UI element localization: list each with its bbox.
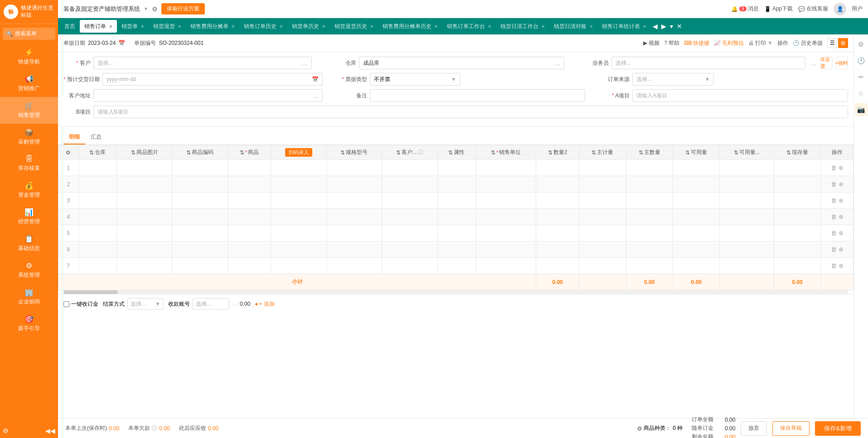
- sidebar-item-capital[interactable]: 💰 资金管理: [0, 177, 58, 203]
- help-button[interactable]: ? 帮助: [664, 39, 679, 47]
- row-copy-button[interactable]: ⊕: [839, 230, 844, 236]
- table-cell[interactable]: [626, 241, 673, 258]
- col-current-stock[interactable]: ⇅现存量: [774, 145, 820, 160]
- table-cell[interactable]: [172, 160, 228, 176]
- table-cell[interactable]: [720, 193, 774, 209]
- customer-address-input[interactable]: …: [93, 89, 323, 102]
- table-cell[interactable]: [172, 209, 228, 225]
- notification-button[interactable]: 🔔 9 消息: [731, 5, 759, 13]
- right-panel-scan[interactable]: 📷: [855, 103, 868, 116]
- table-cell[interactable]: [116, 160, 172, 176]
- salesman-input[interactable]: 选择...: [611, 57, 805, 69]
- table-cell[interactable]: [437, 225, 475, 241]
- table-cell[interactable]: [326, 160, 382, 176]
- table-cell[interactable]: [228, 209, 271, 225]
- sidebar-item-marketing[interactable]: 📢 营销推广: [0, 70, 58, 97]
- settings-gear-button[interactable]: ⚙: [152, 5, 158, 13]
- table-cell[interactable]: [326, 193, 382, 209]
- table-cell[interactable]: [626, 258, 673, 274]
- settings-panel-button[interactable]: ⚙设置: [820, 57, 833, 69]
- table-cell[interactable]: [673, 225, 719, 241]
- save-draft-button[interactable]: 保存草稿: [772, 421, 810, 436]
- row-copy-button[interactable]: ⊕: [839, 246, 844, 253]
- table-cell[interactable]: [78, 209, 116, 225]
- search-menu-button[interactable]: 🔍 搜索菜单: [3, 28, 55, 40]
- receipt-account-select[interactable]: 选择...: [193, 298, 229, 310]
- operate-button[interactable]: 操作: [777, 39, 788, 47]
- table-cell[interactable]: [382, 258, 438, 274]
- table-cell[interactable]: [78, 241, 116, 258]
- table-cell[interactable]: [326, 241, 382, 258]
- table-cell[interactable]: [437, 160, 475, 176]
- col-main-unit[interactable]: ⇅主计量: [579, 145, 626, 160]
- table-cell[interactable]: [116, 241, 172, 258]
- add-material-button[interactable]: +物料: [835, 57, 848, 69]
- table-cell[interactable]: [116, 258, 172, 274]
- tab-sales-order-close[interactable]: ✕: [109, 24, 112, 29]
- invoice-select[interactable]: 不开票 ▼: [370, 73, 461, 86]
- table-cell[interactable]: [475, 225, 536, 241]
- table-cell[interactable]: [579, 258, 626, 274]
- table-cell[interactable]: [673, 160, 719, 176]
- receipt-more-icon[interactable]: …: [232, 301, 237, 307]
- table-cell[interactable]: [626, 176, 673, 193]
- col-settings[interactable]: ⚙: [58, 145, 79, 160]
- table-cell[interactable]: [116, 209, 172, 225]
- table-cell[interactable]: [116, 225, 172, 241]
- table-cell[interactable]: [437, 176, 475, 193]
- table-cell[interactable]: [536, 209, 579, 225]
- tab-home[interactable]: 首页: [60, 20, 80, 33]
- sidebar-item-sales[interactable]: 🛒 销售管理: [0, 97, 58, 124]
- col-code[interactable]: ⇅商品编码: [172, 145, 228, 160]
- tab-sales-stats[interactable]: 销售订单统计表 ✕: [597, 20, 651, 33]
- table-cell[interactable]: [579, 176, 626, 193]
- table-cell[interactable]: [78, 176, 116, 193]
- table-cell[interactable]: [673, 209, 719, 225]
- table-cell[interactable]: [626, 160, 673, 176]
- table-cell[interactable]: [382, 241, 438, 258]
- tab-sales-stats-close[interactable]: ✕: [643, 24, 646, 29]
- table-cell[interactable]: [271, 241, 326, 258]
- table-cell[interactable]: [673, 241, 719, 258]
- sidebar-item-basicinfo[interactable]: 📋 基础信息: [0, 230, 58, 257]
- payment-method-select[interactable]: 选择... ▼: [127, 298, 164, 310]
- tab-sales-fee[interactable]: 销售费用分摊单 ✕: [186, 20, 239, 33]
- table-cell[interactable]: [536, 193, 579, 209]
- sidebar-item-quicknav[interactable]: ⚡ 快捷导航: [0, 43, 58, 70]
- table-cell[interactable]: [382, 176, 438, 193]
- table-cell[interactable]: [536, 241, 579, 258]
- sidebar-item-operations[interactable]: 📊 经营管理: [0, 203, 58, 230]
- table-cell[interactable]: [720, 160, 774, 176]
- print-button[interactable]: 🖨 打印 ▼: [748, 39, 773, 47]
- tab-sales-fee-close[interactable]: ✕: [231, 24, 235, 29]
- table-cell[interactable]: [116, 193, 172, 209]
- col-available[interactable]: ⇅可用量: [673, 145, 719, 160]
- row-delete-button[interactable]: 🗑: [831, 181, 837, 188]
- tab-sales-order-history[interactable]: 销售订单历史 ✕: [239, 20, 287, 33]
- table-cell[interactable]: [774, 160, 820, 176]
- tab-return-history[interactable]: 销货退货历史 ✕: [330, 20, 378, 33]
- tab-invoice-history-close[interactable]: ✕: [322, 24, 325, 29]
- table-cell[interactable]: [673, 258, 719, 274]
- view-video-button[interactable]: ▶ 视频: [643, 39, 659, 47]
- row-copy-button[interactable]: ⊕: [839, 213, 844, 220]
- col-available2[interactable]: ⇅可用量...: [720, 145, 774, 160]
- table-cell[interactable]: [579, 225, 626, 241]
- col-product[interactable]: ⇅*商品: [228, 145, 271, 160]
- tab-cashflow-reconcile-close[interactable]: ✕: [589, 24, 593, 29]
- tab-sales-return-close[interactable]: ✕: [178, 24, 181, 29]
- tab-sales-order-history-close[interactable]: ✕: [279, 24, 283, 29]
- table-cell[interactable]: [228, 160, 271, 176]
- sidebar-item-system[interactable]: ⚙ 系统管理: [0, 257, 58, 284]
- table-cell[interactable]: [475, 160, 536, 176]
- row-delete-button[interactable]: 🗑: [831, 262, 837, 269]
- table-cell[interactable]: [673, 176, 719, 193]
- row-delete-button[interactable]: 🗑: [831, 164, 837, 171]
- table-cell[interactable]: [382, 193, 438, 209]
- table-cell[interactable]: [271, 160, 326, 176]
- add-receipt-button[interactable]: ● + 添加: [255, 300, 275, 308]
- customer-input[interactable]: 选择... …: [93, 57, 312, 69]
- col-attribute[interactable]: ⇅属性: [437, 145, 475, 160]
- table-cell[interactable]: [228, 193, 271, 209]
- tab-sales-workbench-close[interactable]: ✕: [488, 24, 491, 29]
